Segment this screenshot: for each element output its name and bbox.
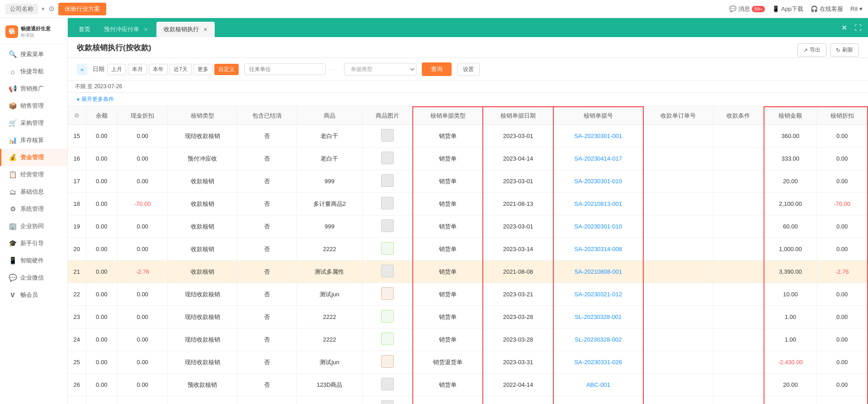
td-receipt-condition xyxy=(713,351,764,374)
tab-close-window-btn[interactable]: ✕ xyxy=(840,22,849,34)
date-btn-7days[interactable]: 近7天 xyxy=(170,64,192,75)
td-type: 收款核销 xyxy=(168,170,237,193)
sidebar-item-corp[interactable]: 🏢 企业协同 xyxy=(0,218,67,235)
td-settled: 否 xyxy=(237,283,297,306)
sidebar-item-vip[interactable]: V 畅会员 xyxy=(0,286,67,304)
settings-icon[interactable]: ⚙ xyxy=(48,5,55,13)
sidebar-item-base-info[interactable]: 🗂 基础信息 xyxy=(0,183,67,200)
th-type: 核销类型 xyxy=(168,107,237,125)
date-btn-this-year[interactable]: 本年 xyxy=(149,64,168,75)
online-service-item[interactable]: 🎧 在线客服 xyxy=(811,5,843,13)
expand-more-btn[interactable]: ▾ 展开更多条件 xyxy=(68,93,868,106)
query-btn[interactable]: 查询 xyxy=(422,62,452,76)
sidebar-item-search[interactable]: 🔍 搜索菜单 xyxy=(0,46,67,63)
industry-btn[interactable]: 休验行业方案 xyxy=(58,3,106,15)
tab-writeoff[interactable]: 收款核销执行 ✕ xyxy=(156,22,215,37)
td-write-off-no[interactable]: SA-20230321-012 xyxy=(553,283,644,306)
tab-home[interactable]: 首页 xyxy=(72,22,97,37)
td-write-off-no[interactable]: ABC-001 xyxy=(553,374,644,396)
table-row: 22 0.00 0.00 现结收款核销 否 测试jun 销货单 2023-03-… xyxy=(68,283,868,306)
td-cash-discount: 0.00 xyxy=(117,306,167,328)
export-btn[interactable]: ↗ 导出 xyxy=(797,43,826,57)
td-cash-discount: 0.00 xyxy=(117,374,167,396)
td-write-off-no[interactable]: SL-20230328-001 xyxy=(553,306,644,328)
sidebar-item-marketing[interactable]: 📢 营销推广 xyxy=(0,80,67,97)
table-wrapper[interactable]: ⚙ 余额 现金折扣 核销类型 包含已结清 商品 商品图片 核销单据类型 核销单据… xyxy=(68,106,868,404)
td-write-off-no[interactable]: SA-20230331-026 xyxy=(553,351,644,374)
table-row: 18 0.00 -70.00 收款核销 否 多计量商品2 销货单 2021-08… xyxy=(68,193,868,215)
write-off-no-link[interactable]: SA-20230321-012 xyxy=(575,291,623,298)
sidebar-label-inventory: 库存核算 xyxy=(20,136,44,144)
write-off-no-link[interactable]: SA-20230301-010 xyxy=(575,178,623,185)
notification-badge: 99+ xyxy=(752,6,765,12)
sidebar-item-quick-nav[interactable]: ⌂ 快捷导航 xyxy=(0,63,67,80)
th-gear[interactable]: ⚙ xyxy=(68,107,86,125)
td-receipt-condition xyxy=(713,238,764,261)
settings-btn[interactable]: 设置 xyxy=(457,63,480,76)
write-off-no-link[interactable]: SA-20230301-001 xyxy=(575,133,623,139)
table-row: 20 0.00 0.00 收款核销 否 2222 销货单 2023-03-14 … xyxy=(68,238,868,261)
partner-input[interactable] xyxy=(244,63,326,75)
write-off-no-link[interactable]: SA-20230314-008 xyxy=(575,246,623,252)
date-btn-more[interactable]: 更多 xyxy=(193,64,212,75)
sidebar-item-system[interactable]: ⚙ 系统管理 xyxy=(0,200,67,218)
write-off-no-link[interactable]: ABC-001 xyxy=(586,381,610,388)
refresh-btn[interactable]: ↻ 刷新 xyxy=(830,43,859,57)
td-balance: 0.00 xyxy=(86,306,117,328)
td-write-off-discount: 0.00 xyxy=(817,374,868,396)
write-off-no-link[interactable]: SA-20230301-010 xyxy=(575,223,623,230)
date-btn-last-month[interactable]: 上月 xyxy=(107,64,126,75)
write-off-no-link[interactable]: SL-20230328-002 xyxy=(575,336,622,343)
td-id: 15 xyxy=(68,125,86,147)
tab-writeoff-close[interactable]: ✕ xyxy=(203,27,208,33)
sidebar-item-operations[interactable]: 📋 经营管理 xyxy=(0,166,67,183)
write-off-no-link[interactable]: SA-20210813-001 xyxy=(575,200,623,207)
sidebar-item-purchase[interactable]: 🛒 采购管理 xyxy=(0,114,67,132)
td-receipt-condition xyxy=(713,215,764,238)
write-off-no-link[interactable]: SA-20230414-017 xyxy=(575,155,623,162)
write-off-no-link[interactable]: SA-20210808-001 xyxy=(575,268,623,275)
tab-prepay-close[interactable]: ✕ xyxy=(144,27,148,33)
sidebar-label-search: 搜索菜单 xyxy=(20,50,44,58)
sidebar-item-smart-hw[interactable]: 📱 智能硬件 xyxy=(0,252,67,269)
date-btn-custom[interactable]: 自定义 xyxy=(214,64,239,75)
filter-dots: ··· xyxy=(328,66,336,73)
td-balance: 0.00 xyxy=(86,374,117,396)
td-write-off-no[interactable]: SA-20210813-001 xyxy=(553,193,644,215)
user-item[interactable]: Rit ▾ xyxy=(850,5,863,12)
td-goods: 2222 xyxy=(297,306,362,328)
filter-toggle-btn[interactable]: » xyxy=(77,64,87,75)
sidebar-label-finance: 资金管理 xyxy=(20,153,44,162)
voucher-type-select[interactable]: 单据类型 xyxy=(344,63,416,76)
td-write-off-type: 销货单 xyxy=(413,147,483,170)
logo-icon: 畅 xyxy=(5,25,18,38)
sidebar-item-inventory[interactable]: 📊 库存核算 xyxy=(0,132,67,149)
td-cash-discount: 0.00 xyxy=(117,170,167,193)
td-write-off-no[interactable]: SA-20230301-010 xyxy=(553,215,644,238)
dropdown-icon[interactable]: ▾ xyxy=(42,5,45,12)
date-btn-this-month[interactable]: 本月 xyxy=(128,64,147,75)
write-off-no-link[interactable]: SL-20230328-001 xyxy=(575,314,622,320)
sidebar-item-sales[interactable]: 📦 销售管理 xyxy=(0,97,67,114)
td-write-off-no[interactable]: SA-20230314-008 xyxy=(553,238,644,261)
td-write-off-no[interactable]: SL-20230408-001 xyxy=(553,396,644,404)
write-off-no-link[interactable]: SA-20230331-026 xyxy=(575,359,623,366)
td-write-off-no[interactable]: SA-20230301-001 xyxy=(553,125,644,147)
sidebar-item-finance[interactable]: 💰 资金管理 xyxy=(0,149,67,166)
sidebar-item-wechat[interactable]: 💬 企业微信 xyxy=(0,269,67,286)
th-write-off-amount: 核销金额 xyxy=(764,107,817,125)
gear-icon[interactable]: ⚙ xyxy=(74,112,80,119)
td-write-off-no[interactable]: SA-20230301-010 xyxy=(553,170,644,193)
td-write-off-no[interactable]: SL-20230328-002 xyxy=(553,328,644,351)
tab-maximize-btn[interactable]: ⛶ xyxy=(853,22,863,34)
td-write-off-date: 2023-03-01 xyxy=(483,170,553,193)
app-download-item[interactable]: 📱 App下载 xyxy=(772,5,803,13)
page-header: 收款核销执行(按收款) ↗ 导出 ↻ 刷新 xyxy=(68,37,868,58)
company-name[interactable]: 公司名称 xyxy=(5,4,38,14)
tab-prepay[interactable]: 预付冲应付单 ✕ xyxy=(97,22,155,37)
td-goods-img xyxy=(362,193,413,215)
notification-item[interactable]: 💬 消息 99+ xyxy=(729,5,765,13)
sidebar-item-newbie[interactable]: 🎓 新手引导 xyxy=(0,235,67,252)
td-write-off-no[interactable]: SA-20210808-001 xyxy=(553,261,644,283)
td-write-off-no[interactable]: SA-20230414-017 xyxy=(553,147,644,170)
